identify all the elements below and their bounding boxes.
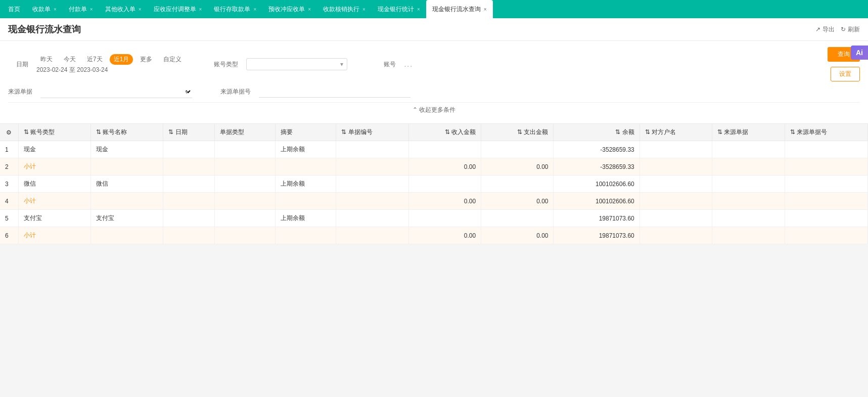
close-tab-1-icon[interactable]: × <box>90 7 93 12</box>
close-tab-6-icon[interactable]: × <box>362 7 366 12</box>
filter-row-2: 来源单据 来源单据号 <box>8 85 860 98</box>
table-header-row: ⚙ ⇅ 账号类型 ⇅ 账号名称 ⇅ 日期 单据类型 摘要 <box>0 124 868 141</box>
filter-row-1: 日期 昨天 今天 近7天 近1月 更多 自定义 2023-02-24 至 202… <box>8 47 860 81</box>
source-voucher-input[interactable] <box>259 86 410 98</box>
th-counterpart[interactable]: ⇅ 对方户名 <box>639 124 712 141</box>
close-tab-3-icon[interactable]: × <box>199 7 202 12</box>
table-row: 2小计0.000.00-3528659.33 <box>0 158 868 175</box>
refresh-icon: ↻ <box>841 26 846 33</box>
account-type-select[interactable] <box>246 58 347 70</box>
account-type-filter-group: 账号类型 <box>214 58 347 70</box>
date-label: 日期 <box>8 60 28 69</box>
th-income[interactable]: ⇅ 收入金额 <box>408 124 481 141</box>
table-row: 6小计0.000.0019871073.60 <box>0 227 868 244</box>
th-source-doc[interactable]: ⇅ 来源单据 <box>712 124 785 141</box>
th-balance[interactable]: ⇅ 余额 <box>554 124 639 141</box>
close-tab-8-icon[interactable]: × <box>484 7 487 12</box>
export-icon: ↗ <box>815 26 820 33</box>
date-range: 2023-02-24 至 2023-03-24 <box>36 66 186 74</box>
ai-badge[interactable]: Ai <box>851 46 868 60</box>
close-tab-5-icon[interactable]: × <box>308 7 311 12</box>
th-expense[interactable]: ⇅ 支出金额 <box>481 124 554 141</box>
source-voucher-label: 来源单据号 <box>220 87 251 96</box>
th-summary[interactable]: 摘要 <box>276 124 336 141</box>
th-doc-no[interactable]: ⇅ 单据编号 <box>336 124 408 141</box>
table-row: 5支付宝支付宝上期余额19871073.60 <box>0 210 868 227</box>
collapse-bar[interactable]: ⌃ 收起更多条件 <box>8 102 860 117</box>
nav-tab-0[interactable]: 收款单 × <box>26 0 63 18</box>
source-doc-label: 来源单据 <box>8 87 32 96</box>
filter-area: 日期 昨天 今天 近7天 近1月 更多 自定义 2023-02-24 至 202… <box>0 41 868 124</box>
date-btn-today[interactable]: 今天 <box>60 54 80 65</box>
close-tab-2-icon[interactable]: × <box>139 7 142 12</box>
nav-tab-2[interactable]: 其他收入单 × <box>99 0 148 18</box>
date-btn-1month[interactable]: 近1月 <box>110 54 133 65</box>
account-type-label: 账号类型 <box>214 60 238 69</box>
nav-tab-1[interactable]: 付款单 × <box>63 0 99 18</box>
table-row: 4小计0.000.00100102606.60 <box>0 193 868 210</box>
table-row: 1现金现金上期余额-3528659.33 <box>0 141 868 158</box>
date-btn-7days[interactable]: 近7天 <box>83 54 107 65</box>
table-container: ⚙ ⇅ 账号类型 ⇅ 账号名称 ⇅ 日期 单据类型 摘要 <box>0 124 868 244</box>
top-nav: 首页 收款单 × 付款单 × 其他收入单 × 应收应付调整单 × 银行存取款单 … <box>0 0 868 18</box>
source-voucher-filter-group: 来源单据号 <box>220 86 410 98</box>
data-table: ⚙ ⇅ 账号类型 ⇅ 账号名称 ⇅ 日期 单据类型 摘要 <box>0 124 868 244</box>
page-header: 现金银行流水查询 ↗ 导出 ↻ 刷新 <box>0 18 868 41</box>
table-row: 3微信微信上期余额100102606.60 <box>0 175 868 193</box>
nav-tab-5[interactable]: 预收冲应收单 × <box>262 0 317 18</box>
close-tab-0-icon[interactable]: × <box>54 7 57 12</box>
date-filter-group: 日期 昨天 今天 近7天 近1月 更多 自定义 2023-02-24 至 202… <box>8 54 186 74</box>
nav-home[interactable]: 首页 <box>2 0 26 18</box>
settings-button[interactable]: 设置 <box>831 67 860 81</box>
close-tab-4-icon[interactable]: × <box>253 7 256 12</box>
header-actions: ↗ 导出 ↻ 刷新 <box>815 25 860 34</box>
date-options-row: 昨天 今天 近7天 近1月 更多 自定义 <box>36 54 186 65</box>
source-doc-filter-group: 来源单据 <box>8 85 192 98</box>
account-no-filter-group: 账号 ... <box>376 60 413 69</box>
nav-tab-3[interactable]: 应收应付调整单 × <box>148 0 208 18</box>
export-button[interactable]: ↗ 导出 <box>815 25 835 34</box>
nav-tab-6[interactable]: 收款核销执行 × <box>317 0 372 18</box>
nav-tab-7[interactable]: 现金银行统计 × <box>372 0 426 18</box>
th-date[interactable]: ⇅ 日期 <box>163 124 215 141</box>
th-doc-type[interactable]: 单据类型 <box>214 124 275 141</box>
account-no-dots[interactable]: ... <box>404 60 413 68</box>
th-settings[interactable]: ⚙ <box>0 124 18 141</box>
source-doc-select-wrapper <box>40 85 192 98</box>
close-tab-7-icon[interactable]: × <box>417 7 420 12</box>
th-account-type[interactable]: ⇅ 账号类型 <box>18 124 90 141</box>
th-account-name[interactable]: ⇅ 账号名称 <box>90 124 163 141</box>
th-source-doc-no[interactable]: ⇅ 来源单据号 <box>785 124 867 141</box>
refresh-button[interactable]: ↻ 刷新 <box>841 25 860 34</box>
account-no-label: 账号 <box>376 60 396 69</box>
source-doc-select[interactable] <box>40 85 192 98</box>
date-btn-yesterday[interactable]: 昨天 <box>36 54 57 65</box>
nav-tab-8[interactable]: 现金银行流水查询 × <box>426 0 493 18</box>
date-btn-more[interactable]: 更多 <box>136 54 156 65</box>
date-btn-custom[interactable]: 自定义 <box>159 54 186 65</box>
nav-tab-4[interactable]: 银行存取款单 × <box>208 0 262 18</box>
account-type-select-wrapper <box>246 58 347 70</box>
page-title: 现金银行流水查询 <box>8 23 81 35</box>
date-options-group: 昨天 今天 近7天 近1月 更多 自定义 2023-02-24 至 2023-0… <box>36 54 186 74</box>
